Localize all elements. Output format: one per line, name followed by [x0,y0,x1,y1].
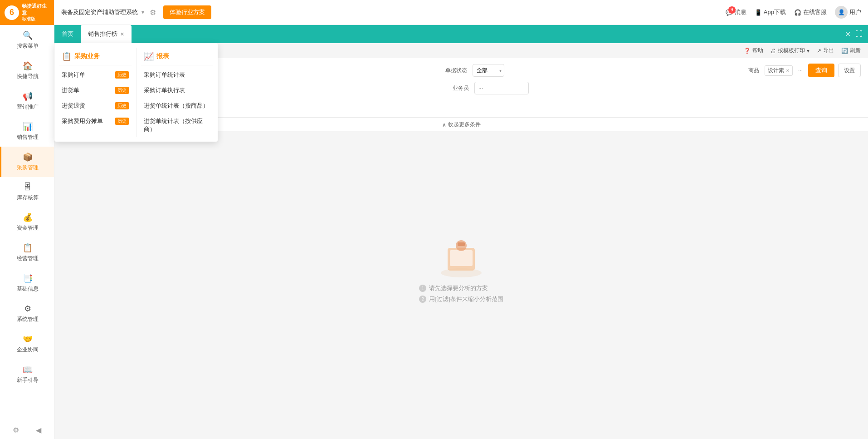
query-btn[interactable]: 查询 [808,64,834,77]
industry-btn[interactable]: 体验行业方案 [163,5,211,19]
dropdown-item-inbound-stat-supplier[interactable]: 进货单统计表（按供应商） [141,113,214,137]
hint-num-1: 1 [419,285,426,292]
sidebar-nav: 🔍 搜索菜单 🏠 快捷导航 📢 营销推广 📊 销售管理 📦 采购管理 🗄 库存核… [0,25,54,421]
dropdown-col-report: 📈 报表 采购订单统计表 采购订单执行表 进货单统计表（按商品） 进货单统计表（… [136,48,218,137]
dropdown-menu: 📋 采购业务 采购订单 历史 进货单 历史 进货退货 历史 采购费用分摊单 历史 [54,43,218,142]
tab-home[interactable]: 首页 [54,25,81,43]
hint-text-1: 请先选择要分析的方案 [429,284,488,292]
money-icon: 💰 [23,212,33,222]
sidebar-item-label: 经营管理 [17,255,39,262]
sidebar-footer: ⚙ ◀ [0,421,54,439]
empty-state: 1 请先选择要分析的方案 2 用[过滤]条件来缩小分析范围 [54,131,868,409]
logo-symbol: 6 [10,8,14,17]
book-icon: 📖 [23,365,33,375]
svg-rect-4 [458,242,465,246]
logo-name: 畅捷通好生意 [22,3,49,16]
help-label: 帮助 [752,47,763,54]
help-icon: ❓ [744,48,751,54]
goods-chip-text: 设计素 [768,67,784,74]
avatar-icon: 👤 [838,9,845,15]
refresh-btn[interactable]: 🔄 刷新 [841,47,861,54]
gear-icon: ⚙ [24,304,31,314]
purchase-header-icon: 📋 [62,51,72,61]
header-online-service[interactable]: 🎧 在线客服 [794,8,827,16]
sidebar-item-label: 采购管理 [17,164,39,172]
sidebar-item-finance[interactable]: 💰 资金管理 [0,207,54,237]
dropdown-item-purchase-order-exec[interactable]: 采购订单执行表 [141,83,214,98]
salesman-input[interactable] [474,82,529,94]
system-dropdown-icon[interactable]: ▾ [141,9,144,15]
chevron-up-icon: ∧ [442,122,446,128]
sidebar-item-label: 销售管理 [17,133,39,141]
goods-ellipsis[interactable]: ··· [798,67,803,74]
header-message[interactable]: 💬 9 消息 [726,8,746,16]
sidebar-item-system[interactable]: ⚙ 系统管理 [0,298,54,329]
dropdown-item-label: 采购订单统计表 [144,71,185,79]
sidebar-item-purchase[interactable]: 📦 采购管理 [0,147,54,177]
user-label: 用户 [849,8,861,16]
tab-close-all-icon[interactable]: ✕ [845,30,851,39]
salesman-label: 业务员 [453,84,469,92]
print-template-btn[interactable]: 🖨 按模板打印 ▾ [770,47,809,54]
document-icon: 📑 [23,273,33,283]
sidebar-item-operations[interactable]: 📋 经营管理 [0,237,54,268]
document-status-select[interactable]: 全部 待审核 已审核 [473,64,504,77]
dropdown-item-inbound-return[interactable]: 进货退货 历史 [59,98,132,113]
dropdown-col-purchase: 📋 采购业务 采购订单 历史 进货单 历史 进货退货 历史 采购费用分摊单 历史 [54,48,136,137]
tab-expand-icon[interactable]: ⛶ [855,30,863,38]
sidebar-item-marketing[interactable]: 📢 营销推广 [0,86,54,116]
tab-home-label: 首页 [62,30,73,38]
header-gear-icon[interactable]: ⚙ [150,8,156,17]
sidebar-item-enterprise[interactable]: 🤝 企业协同 [0,329,54,359]
refresh-label: 刷新 [850,47,861,54]
header-app-download[interactable]: 📱 App下载 [755,8,786,16]
sidebar-item-label: 快捷导航 [17,73,39,80]
sidebar-item-guide[interactable]: 📖 新手引导 [0,359,54,390]
top-header: 装备及固定资产辅助管理系统 ▾ ⚙ 体验行业方案 💬 9 消息 📱 App下载 … [54,0,868,25]
sidebar-item-inventory[interactable]: 🗄 库存核算 [0,177,54,207]
sidebar-item-sales[interactable]: 📊 销售管理 [0,116,54,147]
sidebar-item-search[interactable]: 🔍 搜索菜单 [0,25,54,55]
dropdown-item-purchase-expense[interactable]: 采购费用分摊单 历史 [59,113,132,129]
dropdown-item-label: 采购订单 [62,71,85,79]
chart-icon: 📊 [23,122,33,132]
tab-sales-rank[interactable]: 销售排行榜 ✕ [81,25,132,43]
dropdown-item-inbound[interactable]: 进货单 历史 [59,83,132,98]
collapse-sidebar-icon[interactable]: ◀ [36,426,41,434]
sidebar-item-label: 新手引导 [17,376,39,384]
print-template-label: 按模板打印 [778,47,805,54]
dropdown-item-inbound-stat-goods[interactable]: 进货单统计表（按商品） [141,98,214,113]
dropdown-item-purchase-order[interactable]: 采购订单 历史 [59,67,132,83]
refresh-icon: 🔄 [841,48,848,54]
online-service-label: 在线客服 [803,8,827,16]
export-btn[interactable]: ↗ 导出 [817,47,834,54]
tab-sales-rank-label: 销售排行榜 [88,30,117,38]
sidebar: 6 畅捷通好生意 标准版 🔍 搜索菜单 🏠 快捷导航 📢 营销推广 📊 销售管理… [0,0,54,439]
hint-num-2: 2 [419,296,426,303]
header-user[interactable]: 👤 用户 [835,6,861,19]
dropdown-item-purchase-order-stat[interactable]: 采购订单统计表 [141,67,214,83]
dropdown-item-label: 采购订单执行表 [144,86,185,94]
dropdown-purchase-header: 📋 采购业务 [59,48,132,65]
goods-chip-close[interactable]: ✕ [786,68,790,73]
hint-text-2: 用[过滤]条件来缩小分析范围 [429,295,503,303]
sidebar-item-quick-nav[interactable]: 🏠 快捷导航 [0,55,54,86]
sidebar-item-label: 系统管理 [17,316,39,323]
purchase-header-label: 采购业务 [74,52,100,60]
message-label: 消息 [735,8,746,16]
dropdown-item-label: 采购费用分摊单 [62,117,103,125]
sidebar-logo: 6 畅捷通好生意 标准版 [0,0,54,25]
dropdown-item-label: 进货单 [62,86,79,94]
empty-illustration [434,234,488,280]
dropdown-columns: 📋 采购业务 采购订单 历史 进货单 历史 进货退货 历史 采购费用分摊单 历史 [54,48,218,137]
tab-close-icon[interactable]: ✕ [120,31,124,37]
settings-btn[interactable]: 设置 [838,64,861,77]
help-btn[interactable]: ❓ 帮助 [744,47,763,54]
goods-label: 商品 [748,67,759,74]
header-right: 💬 9 消息 📱 App下载 🎧 在线客服 👤 用户 [726,6,861,19]
dropdown-report-header: 📈 报表 [141,48,214,65]
megaphone-icon: 📢 [23,91,33,101]
settings-footer-icon[interactable]: ⚙ [13,426,19,434]
sidebar-item-basic-info[interactable]: 📑 基础信息 [0,268,54,298]
goods-chip[interactable]: 设计素 ✕ [765,65,793,76]
